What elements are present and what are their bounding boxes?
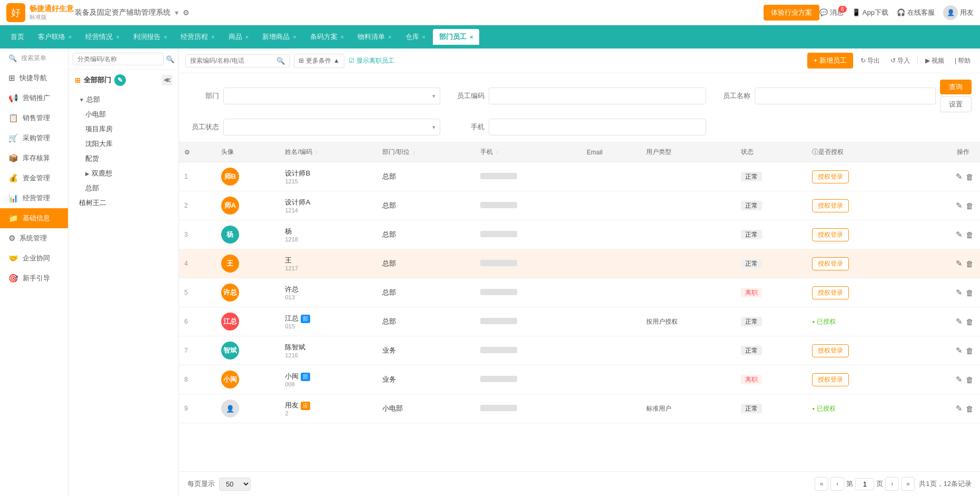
export-btn[interactable]: ↻ 导出 bbox=[857, 54, 883, 67]
dept-search-icon[interactable]: 🔍 bbox=[166, 55, 174, 63]
next-page-btn[interactable]: › bbox=[885, 477, 899, 491]
page-size-select[interactable]: 50 100 200 bbox=[219, 478, 251, 491]
delete-btn[interactable]: 🗑 bbox=[966, 172, 974, 181]
page-input[interactable] bbox=[855, 478, 874, 490]
close-icon[interactable]: × bbox=[422, 34, 425, 40]
edit-btn[interactable]: ✎ bbox=[956, 317, 963, 326]
close-icon[interactable]: × bbox=[211, 34, 214, 40]
sidebar-item-business[interactable]: 📊 经营管理 bbox=[0, 188, 68, 208]
auth-button[interactable]: 授权登录 bbox=[812, 170, 849, 183]
tab-warehouse[interactable]: 仓库 × bbox=[399, 29, 432, 45]
sidebar-item-basic[interactable]: 📁 基础信息 bbox=[0, 208, 68, 228]
edit-btn[interactable]: ✎ bbox=[956, 375, 963, 384]
set-button[interactable]: 设置 bbox=[940, 96, 972, 112]
close-icon[interactable]: × bbox=[341, 34, 344, 40]
edit-btn[interactable]: ✎ bbox=[956, 230, 963, 239]
sort-icon[interactable]: ↕ bbox=[315, 150, 318, 155]
sidebar-item-guide[interactable]: 🎯 新手引导 bbox=[0, 268, 68, 288]
more-filter-btn[interactable]: ⊞ 更多条件 ▲ bbox=[294, 54, 344, 68]
sidebar-item-marketing[interactable]: 📢 营销推广 bbox=[0, 88, 68, 108]
trial-button[interactable]: 体验行业方案 bbox=[764, 5, 819, 21]
edit-btn[interactable]: ✎ bbox=[956, 346, 963, 355]
sidebar-item-purchase[interactable]: 🛒 采购管理 bbox=[0, 128, 68, 148]
app-download-btn[interactable]: 📱 App下载 bbox=[852, 8, 888, 17]
dept-node-shuanglu[interactable]: ▶ 双鹿想 bbox=[68, 166, 179, 181]
message-btn[interactable]: 💬 消息 6 bbox=[819, 8, 844, 17]
auth-button[interactable]: 授权登录 bbox=[812, 286, 849, 299]
delete-btn[interactable]: 🗑 bbox=[966, 230, 974, 239]
sidebar-item-collab[interactable]: 🤝 企业协同 bbox=[0, 248, 68, 268]
close-icon[interactable]: × bbox=[68, 34, 72, 40]
close-icon[interactable]: × bbox=[164, 34, 167, 40]
close-icon[interactable]: × bbox=[245, 34, 249, 40]
prev-page-btn[interactable]: ‹ bbox=[830, 477, 844, 491]
tab-customer[interactable]: 客户联络 × bbox=[32, 29, 78, 45]
tab-profit[interactable]: 利润报告 × bbox=[127, 29, 173, 45]
online-service-btn[interactable]: 🎧 在线客服 bbox=[897, 8, 935, 17]
sidebar-item-inventory[interactable]: 📦 库存核算 bbox=[0, 148, 68, 168]
sidebar-item-system[interactable]: ⚙ 系统管理 bbox=[0, 228, 68, 248]
close-icon[interactable]: × bbox=[293, 34, 296, 40]
auth-button[interactable]: 授权登录 bbox=[812, 199, 849, 212]
delete-btn[interactable]: 🗑 bbox=[966, 346, 974, 355]
show-resigned-toggle[interactable]: ☑ 显示离职员工 bbox=[349, 56, 394, 65]
first-page-btn[interactable]: « bbox=[815, 477, 828, 491]
edit-btn[interactable]: ✎ bbox=[956, 201, 963, 210]
delete-btn[interactable]: 🗑 bbox=[966, 317, 974, 326]
edit-btn[interactable]: ✎ bbox=[956, 288, 963, 297]
system-dropdown-arrow[interactable]: ▾ bbox=[175, 8, 179, 17]
tab-operation[interactable]: 经营情况 × bbox=[79, 29, 125, 45]
close-icon[interactable]: × bbox=[470, 34, 473, 40]
settings-icon[interactable]: ⚙ bbox=[184, 149, 190, 156]
dept-edit-btn[interactable]: ✎ bbox=[114, 74, 126, 86]
sort-icon[interactable]: ↕ bbox=[496, 150, 499, 155]
emp-code-input[interactable] bbox=[493, 92, 701, 100]
delete-btn[interactable]: 🗑 bbox=[966, 201, 974, 210]
edit-btn[interactable]: ✎ bbox=[956, 259, 963, 268]
dept-node-shenyang[interactable]: 沈阳大库 bbox=[68, 137, 179, 151]
tab-add-goods[interactable]: 新增商品 × bbox=[256, 29, 302, 45]
edit-btn[interactable]: ✎ bbox=[956, 172, 963, 181]
dept-select[interactable]: ▾ bbox=[223, 87, 440, 104]
close-icon[interactable]: × bbox=[116, 34, 119, 40]
auth-button[interactable]: 授权登录 bbox=[812, 373, 849, 386]
sort-icon[interactable]: ↕ bbox=[413, 150, 415, 155]
sidebar-item-capital[interactable]: 💰 资金管理 bbox=[0, 168, 68, 188]
emp-status-select[interactable]: ▾ bbox=[223, 119, 440, 135]
help-btn[interactable]: | 帮助 bbox=[952, 54, 974, 67]
sidebar-item-sales[interactable]: 📋 销售管理 bbox=[0, 108, 68, 128]
tab-goods[interactable]: 商品 × bbox=[222, 29, 255, 45]
dept-node-xiaodian[interactable]: 小电部 bbox=[68, 107, 179, 122]
dept-collapse-btn[interactable]: ≪ bbox=[162, 75, 172, 85]
dept-node-headquarter[interactable]: ▼ 总部 bbox=[68, 92, 179, 107]
auth-button[interactable]: 授权登录 bbox=[812, 228, 849, 241]
add-employee-button[interactable]: + 新增员工 bbox=[807, 53, 853, 69]
phone-input[interactable] bbox=[493, 123, 701, 131]
video-btn[interactable]: ▶ 视频 bbox=[922, 54, 947, 67]
emp-name-input[interactable] bbox=[759, 92, 931, 100]
dept-search-input[interactable] bbox=[73, 53, 164, 65]
delete-btn[interactable]: 🗑 bbox=[966, 259, 974, 268]
auth-button[interactable]: 授权登录 bbox=[812, 257, 849, 270]
tab-history[interactable]: 经营历程 × bbox=[174, 29, 221, 45]
user-menu[interactable]: 👤 用友 bbox=[943, 5, 974, 20]
tab-barcode[interactable]: 条码方案 × bbox=[304, 29, 350, 45]
search-input[interactable] bbox=[190, 57, 274, 64]
tab-home[interactable]: 首页 bbox=[4, 29, 31, 45]
tab-bom[interactable]: 物料清单 × bbox=[351, 29, 398, 45]
dept-node-zongbu[interactable]: 总部 bbox=[68, 181, 179, 196]
import-btn[interactable]: ↺ 导入 bbox=[887, 54, 913, 67]
search-icon[interactable]: 🔍 bbox=[276, 57, 285, 65]
auth-button[interactable]: 授权登录 bbox=[812, 344, 849, 357]
delete-btn[interactable]: 🗑 bbox=[966, 404, 974, 413]
delete-btn[interactable]: 🗑 bbox=[966, 375, 974, 384]
query-button[interactable]: 查询 bbox=[940, 80, 972, 94]
settings-icon[interactable]: ⚙ bbox=[183, 8, 190, 17]
edit-btn[interactable]: ✎ bbox=[956, 404, 963, 413]
dept-node-project[interactable]: 项目库房 bbox=[68, 122, 179, 137]
dept-node-zhishu[interactable]: 植树王二 bbox=[68, 196, 179, 210]
sidebar-item-quick-nav[interactable]: ⊞ 快捷导航 bbox=[0, 68, 68, 88]
dept-node-distribution[interactable]: 配货 bbox=[68, 151, 179, 166]
last-page-btn[interactable]: » bbox=[901, 477, 915, 491]
tab-employee[interactable]: 部门员工 × bbox=[433, 29, 479, 45]
